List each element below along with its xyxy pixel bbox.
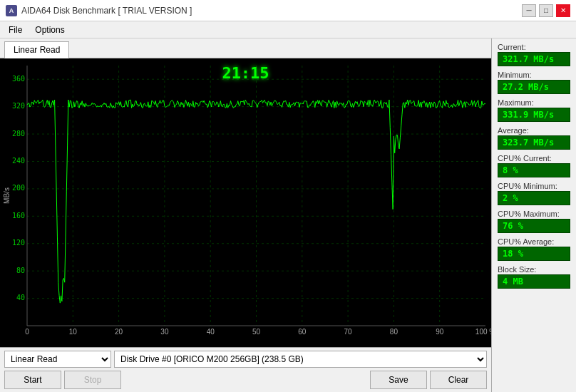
main-container: Linear Read 21:15 Linear Read Disk Drive…: [0, 38, 576, 392]
title-bar-left: A AIDA64 Disk Benchmark [ TRIAL VERSION …: [6, 5, 192, 16]
current-label: Current:: [498, 43, 570, 51]
stop-button[interactable]: Stop: [64, 371, 121, 389]
left-panel: Linear Read 21:15 Linear Read Disk Drive…: [0, 38, 492, 392]
clear-button[interactable]: Clear: [430, 371, 487, 389]
minimum-value: 27.2 MB/s: [498, 80, 570, 94]
window-title: AIDA64 Disk Benchmark [ TRIAL VERSION ]: [21, 6, 192, 16]
start-button[interactable]: Start: [4, 371, 61, 389]
cpu-average-value: 18 %: [498, 247, 570, 261]
cpu-minimum-label: CPU% Minimum:: [498, 182, 570, 190]
menu-bar: File Options: [0, 21, 576, 38]
average-label: Average:: [498, 126, 570, 135]
title-bar: A AIDA64 Disk Benchmark [ TRIAL VERSION …: [0, 0, 576, 21]
close-button[interactable]: ✕: [556, 4, 570, 17]
minimum-stat: Minimum: 27.2 MB/s: [498, 71, 570, 94]
maximize-button[interactable]: □: [539, 4, 553, 17]
title-bar-controls[interactable]: ─ □ ✕: [522, 4, 570, 17]
current-value: 321.7 MB/s: [498, 52, 570, 66]
cpu-maximum-stat: CPU% Maximum: 76 %: [498, 210, 570, 233]
cpu-maximum-value: 76 %: [498, 219, 570, 233]
minimize-button[interactable]: ─: [522, 4, 536, 17]
cpu-average-label: CPU% Average:: [498, 237, 570, 246]
cpu-maximum-label: CPU% Maximum:: [498, 210, 570, 218]
maximum-stat: Maximum: 331.9 MB/s: [498, 98, 570, 122]
average-stat: Average: 323.7 MB/s: [498, 126, 570, 150]
cpu-minimum-stat: CPU% Minimum: 2 %: [498, 182, 570, 205]
save-button[interactable]: Save: [370, 371, 427, 389]
cpu-current-stat: CPU% Current: 8 %: [498, 154, 570, 177]
average-value: 323.7 MB/s: [498, 135, 570, 150]
block-size-stat: Block Size: 4 MB: [498, 265, 570, 289]
menu-options[interactable]: Options: [29, 24, 70, 36]
block-size-label: Block Size:: [498, 265, 570, 274]
maximum-label: Maximum:: [498, 98, 570, 107]
cpu-minimum-value: 2 %: [498, 191, 570, 205]
benchmark-chart: [0, 58, 491, 347]
bottom-controls: Linear Read Disk Drive #0 [ORICO M200 25…: [0, 347, 491, 392]
block-size-value: 4 MB: [498, 274, 570, 289]
dropdown-row: Linear Read Disk Drive #0 [ORICO M200 25…: [4, 351, 487, 368]
app-icon: A: [6, 5, 17, 16]
tab-bar: Linear Read: [0, 38, 491, 58]
maximum-value: 331.9 MB/s: [498, 108, 570, 122]
time-display: 21:15: [222, 64, 269, 82]
cpu-current-value: 8 %: [498, 163, 570, 177]
menu-file[interactable]: File: [3, 24, 28, 36]
minimum-label: Minimum:: [498, 71, 570, 79]
chart-area: 21:15: [0, 58, 491, 347]
test-type-dropdown[interactable]: Linear Read: [4, 351, 111, 368]
cpu-average-stat: CPU% Average: 18 %: [498, 237, 570, 261]
right-panel: Current: 321.7 MB/s Minimum: 27.2 MB/s M…: [492, 38, 576, 392]
tab-linear-read[interactable]: Linear Read: [4, 41, 69, 58]
cpu-current-label: CPU% Current:: [498, 154, 570, 163]
drive-select-dropdown[interactable]: Disk Drive #0 [ORICO M200 256GB] (238.5 …: [114, 351, 487, 368]
button-row: Start Stop Save Clear: [4, 371, 487, 389]
current-stat: Current: 321.7 MB/s: [498, 43, 570, 66]
